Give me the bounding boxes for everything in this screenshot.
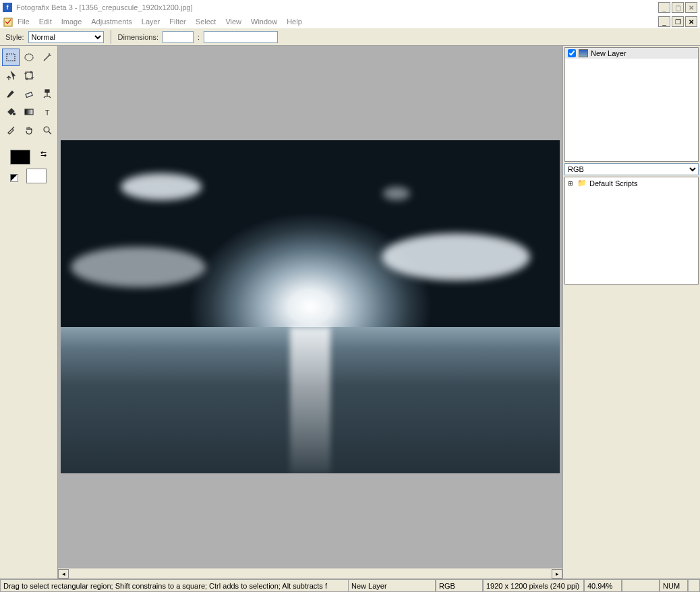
minimize-button[interactable]: _	[658, 2, 670, 13]
svg-rect-1	[7, 54, 15, 61]
menu-help[interactable]: Help	[287, 18, 302, 26]
menubar: FileEditImageAdjustmentsLayerFilterSelec…	[0, 15, 700, 28]
brush-tool[interactable]	[2, 85, 20, 102]
color-mode-select[interactable]: RGB	[564, 163, 699, 175]
status-dimensions: 1920 x 1200 pixels (240 ppi)	[483, 579, 584, 592]
dimensions-label: Dimensions:	[118, 33, 159, 41]
eraser-tool[interactable]	[20, 85, 38, 102]
document-canvas[interactable]	[61, 140, 560, 473]
menu-image[interactable]: Image	[61, 18, 82, 26]
menu-filter[interactable]: Filter	[169, 18, 185, 26]
svg-point-2	[25, 54, 33, 61]
folder-icon: 📁	[577, 179, 587, 187]
foreground-color[interactable]	[10, 150, 30, 165]
menu-adjustments[interactable]: Adjustments	[91, 18, 132, 26]
window-title: Fotografix Beta 3 - [1356_crepuscule_192…	[16, 3, 658, 11]
scroll-right-button[interactable]: ▸	[552, 569, 562, 579]
options-bar: Style: Normal Dimensions: :	[0, 28, 700, 46]
svg-point-6	[13, 113, 15, 115]
status-mode: RGB	[436, 579, 483, 592]
width-input[interactable]	[163, 31, 194, 43]
panels: New Layer RGB ⊞ 📁 Default Scripts	[562, 46, 700, 579]
menu-layer[interactable]: Layer	[142, 18, 161, 26]
status-hint: Drag to select rectangular region; Shift…	[0, 579, 348, 592]
eyedropper-tool[interactable]	[2, 121, 20, 139]
toolbox: T ⇆	[0, 46, 58, 579]
background-color[interactable]	[26, 169, 47, 183]
close-button[interactable]: ✕	[685, 2, 697, 13]
style-select[interactable]: Normal	[28, 31, 104, 43]
clone-tool[interactable]	[38, 85, 56, 102]
mdi-minimize-button[interactable]: _	[658, 16, 670, 27]
scripts-panel: ⊞ 📁 Default Scripts	[564, 177, 699, 285]
default-colors-icon[interactable]	[10, 174, 18, 182]
wand-tool[interactable]	[38, 49, 56, 66]
resize-grip[interactable]	[688, 579, 700, 592]
text-tool[interactable]: T	[38, 103, 56, 121]
svg-rect-5	[45, 90, 49, 92]
rect-select-tool[interactable]	[2, 49, 20, 66]
menu-view[interactable]: View	[225, 18, 241, 26]
menu-edit[interactable]: Edit	[39, 18, 52, 26]
menu-select[interactable]: Select	[196, 18, 216, 26]
status-layer: New Layer	[348, 579, 436, 592]
scroll-left-button[interactable]: ◂	[58, 569, 69, 579]
layer-row[interactable]: New Layer	[565, 48, 698, 59]
crop-tool[interactable]	[20, 67, 38, 84]
status-zoom: 40.94%	[584, 579, 622, 592]
scripts-root[interactable]: ⊞ 📁 Default Scripts	[568, 179, 695, 187]
swap-colors-icon[interactable]: ⇆	[40, 150, 47, 158]
tree-expand-icon[interactable]: ⊞	[568, 180, 575, 187]
svg-text:T: T	[45, 109, 49, 117]
svg-rect-7	[25, 109, 33, 115]
menu-window[interactable]: Window	[251, 18, 277, 26]
status-numlock: NUM	[660, 579, 688, 592]
statusbar: Drag to select rectangular region; Shift…	[0, 579, 700, 592]
gradient-tool[interactable]	[20, 103, 38, 121]
height-input[interactable]	[204, 31, 278, 43]
layer-name: New Layer	[591, 49, 626, 57]
app-icon: f	[3, 3, 12, 12]
style-label: Style:	[5, 33, 24, 41]
scripts-root-label: Default Scripts	[589, 179, 638, 187]
move-tool[interactable]	[2, 67, 20, 84]
svg-point-9	[44, 127, 49, 132]
zoom-tool[interactable]	[38, 121, 56, 139]
color-swatches: ⇆	[9, 148, 49, 182]
fill-tool[interactable]	[2, 103, 20, 121]
layer-visibility-checkbox[interactable]	[568, 49, 576, 57]
svg-rect-4	[25, 92, 32, 98]
menu-file[interactable]: File	[18, 18, 30, 26]
document-icon	[3, 17, 12, 26]
titlebar: f Fotografix Beta 3 - [1356_crepuscule_1…	[0, 0, 700, 15]
mdi-restore-button[interactable]: ❐	[672, 16, 684, 27]
hand-tool[interactable]	[20, 121, 38, 139]
maximize-button[interactable]: ▢	[672, 2, 684, 13]
horizontal-scrollbar[interactable]: ◂ ▸	[58, 568, 562, 579]
ellipse-select-tool[interactable]	[20, 49, 38, 66]
mdi-close-button[interactable]: ✕	[685, 16, 697, 27]
layers-panel: New Layer	[564, 47, 699, 162]
layer-thumbnail	[579, 49, 588, 57]
canvas-area[interactable]	[58, 46, 562, 568]
